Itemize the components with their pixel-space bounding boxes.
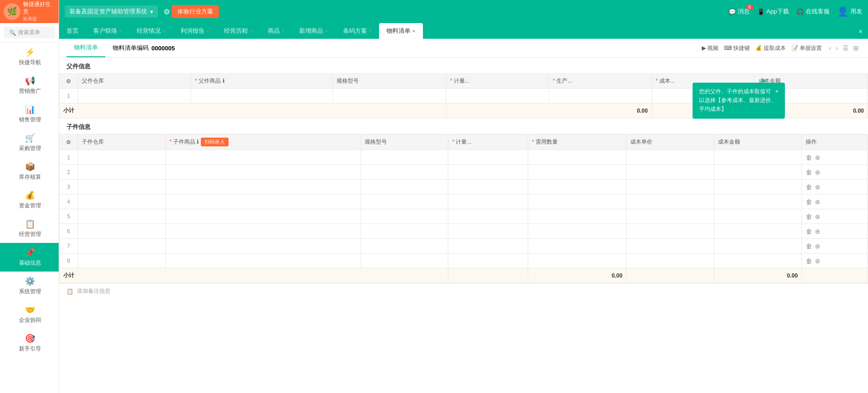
child-cell-unit-1[interactable]	[448, 165, 528, 180]
copy-icon-7[interactable]: ⊕	[815, 257, 820, 265]
sidebar-item-11[interactable]: 🎯新手引导	[0, 329, 59, 357]
navtab-close-4[interactable]: ×	[250, 28, 253, 34]
copy-icon-2[interactable]: ⊕	[815, 183, 820, 191]
child-cell-spec-0[interactable]	[361, 150, 448, 165]
child-cell-qty-2[interactable]	[528, 180, 626, 194]
child-cell-unitprice-4[interactable]	[627, 209, 714, 224]
navtab-7[interactable]: 条码方案×	[336, 23, 379, 39]
child-cell-spec-6[interactable]	[361, 239, 448, 254]
navtab-close-7[interactable]: ×	[369, 28, 372, 34]
copy-icon-4[interactable]: ⊕	[815, 213, 820, 220]
expand-icon[interactable]: ⊞	[851, 43, 861, 53]
child-cell-spec-4[interactable]	[361, 209, 448, 224]
delete-icon-2[interactable]: 🗑	[806, 183, 812, 191]
child-cell-product-4[interactable]	[165, 209, 361, 224]
sidebar-item-2[interactable]: 📢营销推广	[0, 71, 59, 100]
action-extract-cost[interactable]: 💰 提取成本	[755, 44, 786, 52]
child-cell-amount-3[interactable]	[714, 194, 802, 209]
child-cell-spec-3[interactable]	[361, 194, 448, 209]
child-cell-unit-4[interactable]	[448, 209, 528, 224]
topbar-system[interactable]: 装备及固定资产辅助管理系统 ▾	[65, 6, 158, 18]
child-cell-qty-0[interactable]	[528, 150, 626, 165]
child-cell-unitprice-0[interactable]	[627, 150, 714, 165]
child-cell-warehouse-7[interactable]	[78, 254, 166, 268]
app-download-btn[interactable]: 📱 App下载	[757, 7, 789, 16]
navtab-close-1[interactable]: ×	[119, 28, 122, 34]
copy-icon-1[interactable]: ⊕	[815, 169, 820, 176]
child-cell-unit-2[interactable]	[448, 180, 528, 194]
action-shortcut[interactable]: ⌨ 快捷键	[724, 44, 750, 52]
navtab-2[interactable]: 经营情况×	[129, 23, 173, 39]
copy-icon-6[interactable]: ⊕	[815, 242, 820, 250]
delete-icon-5[interactable]: 🗑	[806, 228, 812, 235]
settings-icon[interactable]: ⚙	[163, 7, 170, 16]
navtab-close-5[interactable]: ×	[282, 28, 284, 34]
action-video[interactable]: ▶ 视频	[702, 44, 718, 52]
sidebar-item-1[interactable]: ⚡快捷导航	[0, 42, 59, 71]
user-btn[interactable]: 👤 用友	[837, 6, 862, 17]
child-cell-amount-2[interactable]	[714, 180, 802, 194]
sidebar-item-10[interactable]: 🤝企业协同	[0, 300, 59, 329]
child-cell-amount-1[interactable]	[714, 165, 802, 180]
child-cell-product-0[interactable]	[165, 150, 361, 165]
navtab-close-8[interactable]: ×	[412, 28, 415, 34]
sidebar-search[interactable]: 🔍 搜索菜单	[0, 23, 59, 42]
delete-icon-4[interactable]: 🗑	[806, 213, 812, 220]
prev-arrow[interactable]: ‹	[827, 43, 833, 53]
child-cell-qty-3[interactable]	[528, 194, 626, 209]
child-cell-unitprice-7[interactable]	[627, 254, 714, 268]
child-cell-warehouse-0[interactable]	[78, 150, 166, 165]
copy-icon-5[interactable]: ⊕	[815, 228, 820, 235]
child-cell-warehouse-1[interactable]	[78, 165, 166, 180]
child-cell-product-2[interactable]	[165, 180, 361, 194]
child-cell-unit-5[interactable]	[448, 224, 528, 239]
child-cell-unit-6[interactable]	[448, 239, 528, 254]
child-cell-unitprice-1[interactable]	[627, 165, 714, 180]
copy-icon-3[interactable]: ⊕	[815, 198, 820, 206]
action-doc-settings[interactable]: 📝 单据设置	[791, 44, 822, 52]
sidebar-item-4[interactable]: 🛒采购管理	[0, 128, 59, 157]
child-cell-warehouse-4[interactable]	[78, 209, 166, 224]
navtab-4[interactable]: 经营历程×	[217, 23, 260, 39]
delete-icon-7[interactable]: 🗑	[806, 257, 812, 265]
bottom-hint[interactable]: 📋 添加备注信息	[59, 283, 868, 299]
navtab-8[interactable]: 物料清单×	[379, 23, 422, 39]
delete-icon-0[interactable]: 🗑	[806, 154, 812, 161]
child-cell-spec-1[interactable]	[361, 165, 448, 180]
scan-button[interactable]: 扫码录入	[201, 138, 229, 146]
child-cell-product-3[interactable]	[165, 194, 361, 209]
child-cell-unit-3[interactable]	[448, 194, 528, 209]
sidebar-item-7[interactable]: 📋经营管理	[0, 214, 59, 243]
navtab-3[interactable]: 利润报告×	[173, 23, 217, 39]
navtab-close-2[interactable]: ×	[163, 28, 165, 34]
child-cell-amount-0[interactable]	[714, 150, 802, 165]
child-cell-qty-5[interactable]	[528, 224, 626, 239]
subtab-bill-of-materials[interactable]: 物料清单	[66, 39, 105, 57]
child-cell-qty-6[interactable]	[528, 239, 626, 254]
child-cell-unitprice-5[interactable]	[627, 224, 714, 239]
child-cell-product-7[interactable]	[165, 254, 361, 268]
parent-cell-spec[interactable]	[333, 89, 446, 103]
copy-icon-0[interactable]: ⊕	[815, 154, 820, 161]
menu-icon[interactable]: ☰	[841, 43, 850, 53]
delete-icon-1[interactable]: 🗑	[806, 169, 812, 176]
child-col-settings[interactable]: ⚙	[60, 134, 78, 150]
delete-icon-3[interactable]: 🗑	[806, 198, 812, 206]
parent-cell-production[interactable]	[549, 89, 652, 103]
child-cell-unitprice-6[interactable]	[627, 239, 714, 254]
message-btn[interactable]: 💬 消息 6	[729, 7, 750, 16]
child-cell-warehouse-6[interactable]	[78, 239, 166, 254]
child-cell-warehouse-2[interactable]	[78, 180, 166, 194]
trial-button[interactable]: 体验行业方案	[172, 5, 219, 18]
child-cell-spec-5[interactable]	[361, 224, 448, 239]
delete-icon-6[interactable]: 🗑	[806, 242, 812, 250]
parent-cell-warehouse[interactable]	[78, 89, 191, 103]
navtab-1[interactable]: 客户联络×	[86, 23, 129, 39]
navtab-6[interactable]: 新增商品×	[292, 23, 335, 39]
sidebar-item-6[interactable]: 💰资金管理	[0, 186, 59, 214]
child-cell-unit-0[interactable]	[448, 150, 528, 165]
child-cell-qty-7[interactable]	[528, 254, 626, 268]
online-service-btn[interactable]: 🎧 在线客服	[796, 7, 830, 16]
sidebar-item-3[interactable]: 📊销售管理	[0, 100, 59, 128]
tooltip-close-btn[interactable]: ×	[775, 87, 778, 96]
